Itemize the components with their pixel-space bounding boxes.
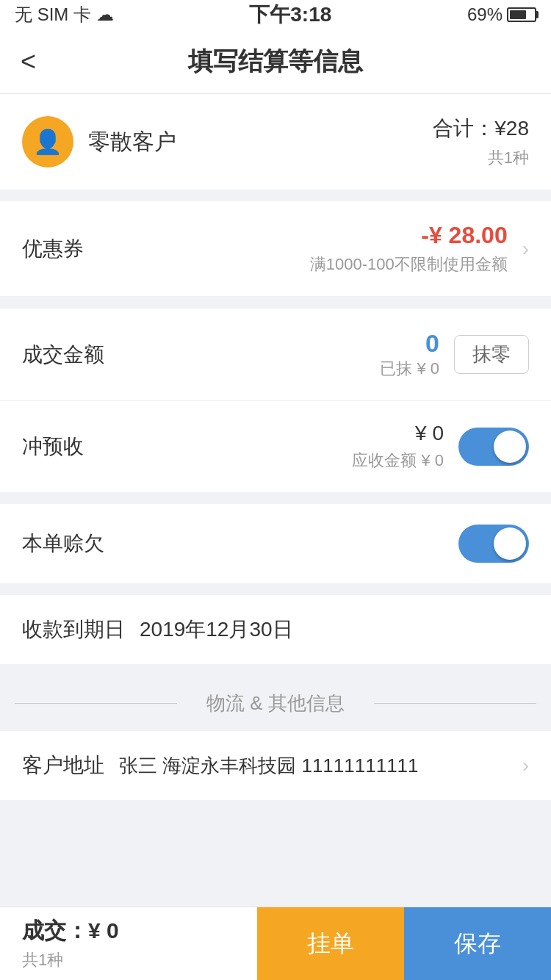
advance-row: 冲预收 ¥ 0 应收金额 ¥ 0 xyxy=(0,401,551,492)
status-bar: 无 SIM 卡 ☁ 下午3:18 69% xyxy=(0,0,551,29)
bottom-deal-amount: 成交：¥ 0 xyxy=(22,916,235,946)
address-value: 张三 海淀永丰科技园 11111111111 xyxy=(119,753,522,779)
debt-toggle[interactable] xyxy=(458,525,529,563)
advance-toggle[interactable] xyxy=(458,428,529,466)
debt-label: 本单赊欠 xyxy=(22,530,104,558)
battery-percent: 69% xyxy=(467,4,503,25)
due-date-row[interactable]: 收款到期日 2019年12月30日 xyxy=(0,595,551,664)
due-date-label: 收款到期日 xyxy=(22,616,125,644)
divider-right xyxy=(374,703,536,704)
divider-left xyxy=(15,703,177,704)
hang-button[interactable]: 挂单 xyxy=(257,907,404,980)
back-button[interactable]: < xyxy=(21,46,36,77)
total-price: 合计：¥28 xyxy=(433,115,529,143)
avatar: 👤 xyxy=(22,116,73,167)
customer-name: 零散客户 xyxy=(88,127,176,157)
bottom-deal-value: ¥ 0 xyxy=(88,918,119,943)
customer-right: 合计：¥28 共1种 xyxy=(433,115,529,169)
main-content: 👤 零散客户 合计：¥28 共1种 优惠券 -¥ 28.00 满1000-100… xyxy=(0,94,551,980)
deal-amount-value: 0 xyxy=(380,329,439,358)
bottom-count: 共1种 xyxy=(22,949,235,971)
status-time: 下午3:18 xyxy=(249,1,331,29)
bottom-bar: 成交：¥ 0 共1种 挂单 保存 xyxy=(0,907,551,980)
deal-amount-row: 成交金额 0 已抹 ¥ 0 抹零 xyxy=(0,309,551,401)
status-right: 69% xyxy=(467,4,536,25)
bottom-deal-label: 成交： xyxy=(22,918,88,943)
address-label: 客户地址 xyxy=(22,752,104,779)
advance-values: ¥ 0 应收金额 ¥ 0 xyxy=(352,422,444,472)
deal-amount-label: 成交金额 xyxy=(22,341,104,369)
sim-status: 无 SIM 卡 ☁ xyxy=(15,3,114,26)
coupon-value: -¥ 28.00 xyxy=(421,222,507,249)
coupon-section: 优惠券 -¥ 28.00 满1000-100不限制使用金额 › xyxy=(0,201,551,297)
due-date-value: 2019年12月30日 xyxy=(140,616,293,644)
advance-right: ¥ 0 应收金额 ¥ 0 xyxy=(352,422,529,472)
total-count: 共1种 xyxy=(433,147,529,169)
advance-label: 冲预收 xyxy=(22,433,84,461)
deal-section: 成交金额 0 已抹 ¥ 0 抹零 冲预收 ¥ 0 应收金额 ¥ 0 xyxy=(0,309,551,492)
round-zero-button[interactable]: 抹零 xyxy=(454,335,529,374)
coupon-sub: 满1000-100不限制使用金额 xyxy=(310,253,508,275)
status-left: 无 SIM 卡 ☁ xyxy=(15,3,114,26)
customer-row[interactable]: 👤 零散客户 合计：¥28 共1种 xyxy=(0,94,551,190)
avatar-icon: 👤 xyxy=(33,128,62,156)
address-chevron-icon: › xyxy=(522,754,529,777)
page-title: 填写结算等信息 xyxy=(188,45,363,79)
coupon-right: -¥ 28.00 满1000-100不限制使用金额 xyxy=(310,222,508,275)
customer-left: 👤 零散客户 xyxy=(22,116,176,167)
save-button[interactable]: 保存 xyxy=(404,907,551,980)
battery-icon xyxy=(507,7,536,22)
deal-amount-right: 0 已抹 ¥ 0 抹零 xyxy=(380,329,529,380)
advance-sub-value: 应收金额 ¥ 0 xyxy=(352,450,444,472)
logistics-title: 物流 & 其他信息 xyxy=(206,691,345,716)
logistics-header: 物流 & 其他信息 xyxy=(0,676,551,731)
advance-main-value: ¥ 0 xyxy=(352,422,444,445)
address-row[interactable]: 客户地址 张三 海淀永丰科技园 11111111111 › xyxy=(0,731,551,800)
chevron-right-icon: › xyxy=(522,237,529,261)
coupon-label: 优惠券 xyxy=(22,235,84,263)
deal-amount-sub: 已抹 ¥ 0 xyxy=(380,358,439,380)
coupon-row[interactable]: 优惠券 -¥ 28.00 满1000-100不限制使用金额 › xyxy=(0,201,551,297)
bottom-info: 成交：¥ 0 共1种 xyxy=(0,916,257,971)
debt-section: 本单赊欠 xyxy=(0,504,551,583)
nav-bar: < 填写结算等信息 xyxy=(0,29,551,94)
